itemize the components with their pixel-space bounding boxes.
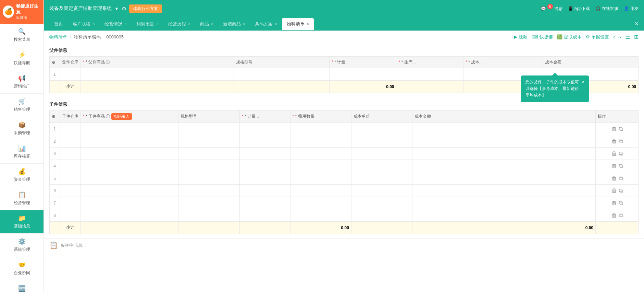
sidebar-item-search[interactable]: 🔍 搜索菜单: [0, 24, 44, 47]
action-cost[interactable]: 💹 提取成本: [557, 34, 582, 40]
child-row-8-product[interactable]: [81, 209, 178, 222]
sidebar-item-sales[interactable]: 🛒 销售管理: [0, 94, 44, 117]
tab-history-close[interactable]: ×: [188, 22, 190, 26]
child-row-1-unit[interactable]: [239, 123, 282, 135]
grid-view[interactable]: ☰: [625, 34, 630, 40]
dropdown-icon[interactable]: ▼: [114, 6, 119, 11]
sidebar-item-enterprise[interactable]: 🤝 企业协同: [0, 257, 44, 280]
tab-history[interactable]: 经营历程 ×: [163, 18, 195, 30]
child-row-8-unit[interactable]: [239, 209, 282, 222]
child-col-settings[interactable]: ⚙: [50, 110, 60, 123]
sidebar-item-purchase[interactable]: 📦 采购管理: [0, 117, 44, 140]
child-row-1-unit-cost[interactable]: [351, 123, 412, 135]
child-row-6-spec[interactable]: [178, 185, 239, 197]
delete-icon-4[interactable]: 🗑: [611, 163, 617, 169]
sidebar-item-quicknav[interactable]: ⚡ 快捷导航: [0, 47, 44, 70]
bottom-icon[interactable]: 📋: [49, 241, 58, 249]
parent-row-1-production[interactable]: [396, 68, 463, 81]
copy-icon-7[interactable]: ⧉: [619, 200, 623, 206]
child-row-5-unit[interactable]: [239, 172, 282, 185]
online-service-item[interactable]: 🎧 在线客服: [595, 6, 618, 12]
copy-icon-4[interactable]: ⧉: [619, 163, 623, 169]
copy-icon-2[interactable]: ⧉: [619, 138, 623, 144]
child-row-8-spec[interactable]: [178, 209, 239, 222]
child-row-3-warehouse[interactable]: [60, 148, 81, 160]
child-row-6-product[interactable]: [81, 185, 178, 197]
tab-barcode-close[interactable]: ×: [275, 22, 277, 26]
child-row-6-unit-cost[interactable]: [351, 185, 412, 197]
delete-icon-2[interactable]: 🗑: [611, 138, 617, 144]
child-row-5-spec[interactable]: [178, 172, 239, 185]
child-row-7-spec[interactable]: [178, 197, 239, 209]
action-shortcut[interactable]: ⌨ 快捷键: [532, 34, 553, 40]
child-row-5-warehouse[interactable]: [60, 172, 81, 185]
tab-bom[interactable]: 物料清单 ×: [282, 18, 314, 30]
scan-button[interactable]: 扫码录入: [111, 113, 132, 120]
copy-icon-1[interactable]: ⧉: [619, 126, 623, 132]
tab-addgoods-close[interactable]: ×: [243, 22, 245, 26]
tab-addgoods[interactable]: 新增商品 ×: [218, 18, 250, 30]
copy-icon-5[interactable]: ⧉: [619, 175, 623, 182]
tab-operation[interactable]: 经营情况 ×: [100, 18, 132, 30]
tab-operation-close[interactable]: ×: [124, 22, 127, 26]
child-row-7-unit-cost[interactable]: [351, 197, 412, 209]
parent-row-1-unit[interactable]: [330, 68, 396, 81]
child-row-3-quantity[interactable]: [290, 148, 351, 160]
parent-row-1-cost[interactable]: [463, 68, 530, 81]
child-row-1-quantity[interactable]: [290, 123, 351, 135]
delete-icon-8[interactable]: 🗑: [611, 212, 617, 219]
child-row-7-quantity[interactable]: [290, 197, 351, 209]
tab-home[interactable]: 首页: [49, 18, 68, 30]
child-row-4-unit-cost[interactable]: [351, 160, 412, 172]
child-row-8-warehouse[interactable]: [60, 209, 81, 222]
sidebar-item-guide[interactable]: 🆕 新手引导: [0, 280, 44, 292]
nav-next[interactable]: ›: [619, 34, 621, 40]
delete-icon-5[interactable]: 🗑: [611, 175, 617, 182]
tab-goods-close[interactable]: ×: [211, 22, 213, 26]
action-settings[interactable]: ⚙ 单据设置: [586, 34, 609, 40]
child-row-8-quantity[interactable]: [290, 209, 351, 222]
child-row-3-unit-cost[interactable]: [351, 148, 412, 160]
delete-icon-3[interactable]: 🗑: [611, 151, 617, 157]
sidebar-item-marketing[interactable]: 📢 营销推广: [0, 70, 44, 94]
tab-customers-close[interactable]: ×: [92, 22, 95, 26]
tab-profit-close[interactable]: ×: [156, 22, 159, 26]
tab-goods[interactable]: 商品 ×: [195, 18, 218, 30]
sidebar-item-inventory[interactable]: 📊 库存核算: [0, 140, 44, 164]
nav-prev[interactable]: ‹: [613, 34, 615, 40]
child-row-1-warehouse[interactable]: [60, 123, 81, 135]
child-row-4-warehouse[interactable]: [60, 160, 81, 172]
parent-row-1-spec[interactable]: [234, 68, 329, 81]
copy-icon-8[interactable]: ⧉: [619, 212, 623, 219]
close-all-tabs[interactable]: ×: [635, 20, 639, 27]
delete-icon-6[interactable]: 🗑: [611, 188, 617, 194]
child-row-5-quantity[interactable]: [290, 172, 351, 185]
child-row-6-warehouse[interactable]: [60, 185, 81, 197]
child-row-6-unit[interactable]: [239, 185, 282, 197]
child-row-5-unit-cost[interactable]: [351, 172, 412, 185]
child-row-1-product[interactable]: [81, 123, 178, 135]
tab-bom-close[interactable]: ×: [307, 22, 309, 26]
child-row-1-spec[interactable]: [178, 123, 239, 135]
child-row-4-spec[interactable]: [178, 160, 239, 172]
delete-icon-7[interactable]: 🗑: [611, 200, 617, 206]
child-row-5-product[interactable]: [81, 172, 178, 185]
app-download-item[interactable]: 📱 App下载: [568, 6, 590, 12]
parent-col-settings[interactable]: ⚙: [50, 57, 60, 68]
copy-icon-3[interactable]: ⧉: [619, 151, 623, 157]
parent-row-1-product[interactable]: [81, 68, 234, 81]
settings-icon[interactable]: ⚙: [122, 5, 126, 12]
tab-barcode[interactable]: 条码方案 ×: [250, 18, 282, 30]
child-row-3-product[interactable]: [81, 148, 178, 160]
tooltip-close[interactable]: ×: [582, 79, 584, 85]
tab-profit[interactable]: 利润报告 ×: [132, 18, 163, 30]
child-row-4-unit[interactable]: [239, 160, 282, 172]
trial-button[interactable]: 体验行业方案: [129, 4, 162, 13]
message-item[interactable]: 💬 6 消息: [541, 6, 562, 12]
sidebar-item-system[interactable]: ⚙️ 系统管理: [0, 234, 44, 257]
child-row-7-warehouse[interactable]: [60, 197, 81, 209]
child-row-2-product[interactable]: [81, 135, 178, 148]
child-row-8-unit-cost[interactable]: [351, 209, 412, 222]
breadcrumb-bom[interactable]: 物料清单: [49, 34, 67, 40]
child-row-4-product[interactable]: [81, 160, 178, 172]
